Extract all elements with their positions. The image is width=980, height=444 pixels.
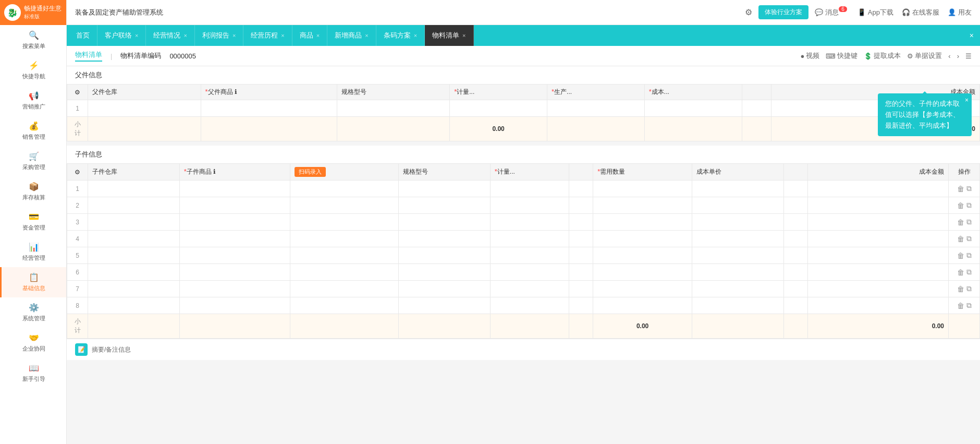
child-row-need-qty-4[interactable] <box>593 231 692 247</box>
child-row-delete-4[interactable]: 🗑 <box>957 234 964 243</box>
child-row-spec-7[interactable] <box>398 281 490 297</box>
sidebar-item-search[interactable]: 🔍 搜索菜单 <box>0 25 66 55</box>
child-row-spec-1[interactable] <box>398 181 490 197</box>
child-row-product-6[interactable] <box>179 264 290 281</box>
sidebar-item-system[interactable]: ⚙️ 系统管理 <box>0 297 66 328</box>
child-row-copy-2[interactable]: ⧉ <box>966 201 972 210</box>
sidebar-item-sales[interactable]: 💰 销售管理 <box>0 116 66 146</box>
tab-profit[interactable]: 利润报告 × <box>195 25 243 46</box>
child-row-spec-5[interactable] <box>398 247 490 264</box>
sidebar-item-basic[interactable]: 📋 基础信息 <box>0 267 66 297</box>
tab-profit-close[interactable]: × <box>232 32 236 39</box>
child-row-warehouse-7[interactable] <box>88 281 180 297</box>
child-row-copy-8[interactable]: ⧉ <box>966 301 972 310</box>
child-row-product-3[interactable] <box>179 214 290 231</box>
parent-row-spec-1[interactable] <box>337 100 450 117</box>
child-row-need-qty-8[interactable] <box>593 297 692 314</box>
extract-cost-action[interactable]: 💲 提取成本 <box>864 51 901 61</box>
child-row-delete-5[interactable]: 🗑 <box>957 251 964 260</box>
child-row-spec-6[interactable] <box>398 264 490 281</box>
child-row-unit-cost-6[interactable] <box>692 264 783 281</box>
child-row-unit-cost-4[interactable] <box>692 231 783 247</box>
child-row-product-1[interactable] <box>179 181 290 197</box>
user-action[interactable]: 👤 用友 <box>948 8 972 17</box>
child-row-delete-6[interactable]: 🗑 <box>957 268 964 277</box>
child-row-spec-3[interactable] <box>398 214 490 231</box>
shortcut-action[interactable]: ⌨ 快捷键 <box>826 51 858 61</box>
child-row-qty-unit-2[interactable] <box>490 197 569 214</box>
tooltip-close[interactable]: × <box>965 95 969 105</box>
child-row-unit-cost-7[interactable] <box>692 281 783 297</box>
parent-row-warehouse-1[interactable] <box>88 100 201 117</box>
tab-customers-close[interactable]: × <box>135 32 138 39</box>
sidebar-item-marketing[interactable]: 📢 营销推广 <box>0 86 66 116</box>
sidebar-item-operations[interactable]: 📊 经营管理 <box>0 237 66 267</box>
nav-menu[interactable]: ☰ <box>965 52 972 60</box>
tab-goods-close[interactable]: × <box>316 32 320 39</box>
messages-action[interactable]: 💬 消息 6 <box>815 8 849 17</box>
tab-bom[interactable]: 物料清单 × <box>425 25 473 46</box>
child-row-qty-unit-4[interactable] <box>490 231 569 247</box>
child-row-delete-3[interactable]: 🗑 <box>957 218 964 226</box>
child-row-spec-2[interactable] <box>398 197 490 214</box>
child-row-copy-1[interactable]: ⧉ <box>966 184 972 193</box>
parent-row-cost-1[interactable] <box>644 100 742 117</box>
child-row-warehouse-3[interactable] <box>88 214 180 231</box>
parent-row-product-1[interactable] <box>201 100 337 117</box>
tab-history[interactable]: 经营历程 × <box>243 25 292 46</box>
parent-col-settings[interactable]: ⚙ <box>67 85 88 100</box>
nav-end-close[interactable]: × <box>965 31 978 40</box>
child-row-qty-unit-6[interactable] <box>490 264 569 281</box>
child-row-qty-unit-8[interactable] <box>490 297 569 314</box>
child-col-settings[interactable]: ⚙ <box>67 164 88 181</box>
child-row-unit-cost-8[interactable] <box>692 297 783 314</box>
child-row-qty-unit-5[interactable] <box>490 247 569 264</box>
single-settings-action[interactable]: ⚙ 单据设置 <box>907 51 942 61</box>
tab-operations[interactable]: 经营情况 × <box>146 25 194 46</box>
nav-next[interactable]: › <box>957 52 959 60</box>
child-row-need-qty-2[interactable] <box>593 197 692 214</box>
tab-history-close[interactable]: × <box>281 32 284 39</box>
online-service-action[interactable]: 🎧 在线客服 <box>902 8 939 17</box>
child-row-copy-6[interactable]: ⧉ <box>966 268 972 277</box>
child-row-need-qty-6[interactable] <box>593 264 692 281</box>
tab-barcode-close[interactable]: × <box>414 32 417 39</box>
child-row-unit-cost-5[interactable] <box>692 247 783 264</box>
tab-home[interactable]: 首页 <box>69 25 97 46</box>
child-row-product-5[interactable] <box>179 247 290 264</box>
child-row-warehouse-1[interactable] <box>88 181 180 197</box>
tab-new-goods[interactable]: 新增商品 × <box>327 25 376 46</box>
child-row-delete-2[interactable]: 🗑 <box>957 201 964 210</box>
nav-prev[interactable]: ‹ <box>948 52 950 60</box>
child-row-unit-cost-2[interactable] <box>692 197 783 214</box>
child-row-warehouse-5[interactable] <box>88 247 180 264</box>
settings-icon[interactable]: ⚙ <box>745 7 752 17</box>
tab-goods[interactable]: 商品 × <box>292 25 327 46</box>
tab-operations-close[interactable]: × <box>183 32 187 39</box>
sidebar-item-enterprise[interactable]: 🤝 企业协同 <box>0 328 66 358</box>
child-row-unit-cost-1[interactable] <box>692 181 783 197</box>
child-row-copy-3[interactable]: ⧉ <box>966 218 972 226</box>
child-row-product-4[interactable] <box>179 231 290 247</box>
child-row-warehouse-8[interactable] <box>88 297 180 314</box>
child-row-qty-unit-1[interactable] <box>490 181 569 197</box>
child-row-need-qty-5[interactable] <box>593 247 692 264</box>
child-row-need-qty-1[interactable] <box>593 181 692 197</box>
child-row-qty-unit-3[interactable] <box>490 214 569 231</box>
child-row-need-qty-7[interactable] <box>593 281 692 297</box>
parent-row-produce-1[interactable] <box>547 100 645 117</box>
child-row-product-8[interactable] <box>179 297 290 314</box>
child-row-copy-5[interactable]: ⧉ <box>966 251 972 260</box>
sidebar-item-guide[interactable]: 📖 新手引导 <box>0 358 66 388</box>
sub-tab-bom-code[interactable]: 物料清单编码 <box>120 51 161 61</box>
child-row-warehouse-6[interactable] <box>88 264 180 281</box>
sub-tab-bom-list[interactable]: 物料清单 <box>75 50 102 62</box>
app-download-action[interactable]: 📱 App下载 <box>858 8 893 17</box>
view-action[interactable]: ● 视频 <box>800 51 819 61</box>
tab-customers[interactable]: 客户联络 × <box>97 25 146 46</box>
child-row-product-7[interactable] <box>179 281 290 297</box>
child-row-product-2[interactable] <box>179 197 290 214</box>
child-row-copy-7[interactable]: ⧉ <box>966 284 972 293</box>
sidebar-item-inventory[interactable]: 📦 库存核算 <box>0 176 66 207</box>
child-row-unit-cost-3[interactable] <box>692 214 783 231</box>
